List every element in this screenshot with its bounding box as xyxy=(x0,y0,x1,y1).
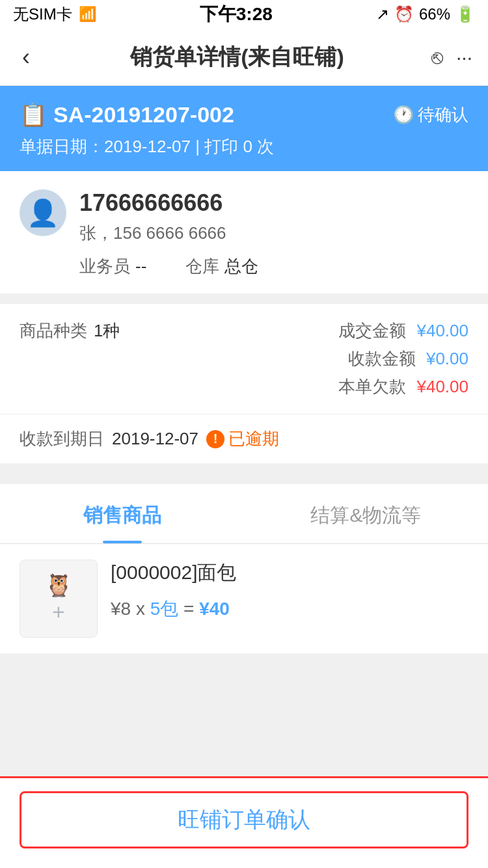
overdue-icon: ! xyxy=(206,430,224,448)
warehouse-value: 总仓 xyxy=(224,255,258,278)
divider-2 xyxy=(0,463,488,474)
share-button[interactable]: ⎋ xyxy=(431,46,443,68)
amount-value-1: ¥0.00 xyxy=(426,349,468,369)
product-thumbnail: 🦉+ xyxy=(20,560,98,638)
amount-label-1: 收款金额 xyxy=(348,347,416,370)
amount-row-2: 本单欠款 ¥40.00 xyxy=(338,375,468,398)
order-icon: 📋 xyxy=(20,102,47,128)
amount-value-2: ¥40.00 xyxy=(416,377,468,397)
status-left: 无SIM卡 📶 xyxy=(13,4,96,25)
confirm-order-button[interactable]: 旺铺订单确认 xyxy=(20,791,468,848)
alarm-icon: ⏰ xyxy=(394,5,414,23)
due-date: 2019-12-07 xyxy=(112,429,198,449)
tab-settlement-label: 结算&物流等 xyxy=(310,504,421,526)
sales-rep-label: 业务员 xyxy=(79,255,130,278)
customer-name: 张，156 6666 6666 xyxy=(79,222,468,245)
carrier-label: 无SIM卡 xyxy=(13,4,72,25)
status-bar: 无SIM卡 📶 下午3:28 ↗ ⏰ 66% 🔋 xyxy=(0,0,488,29)
location-icon: ↗ xyxy=(376,5,389,23)
price-base: ¥8 x xyxy=(111,599,150,619)
divider-1 xyxy=(0,293,488,304)
product-types-item: 商品种类 1种 xyxy=(20,319,120,342)
amount-label-2: 本单欠款 xyxy=(338,375,406,398)
amount-row-1: 收款金额 ¥0.00 xyxy=(348,347,468,370)
page-title: 销货单详情(来自旺铺) xyxy=(43,42,431,72)
price-equals: = xyxy=(178,599,199,619)
product-list: 🦉+ [0000002]面包 ¥8 x 5包 = ¥40 xyxy=(0,544,488,654)
due-section: 收款到期日 2019-12-07 ! 已逾期 xyxy=(0,414,488,463)
wifi-icon: 📶 xyxy=(79,6,96,23)
tab-sales[interactable]: 销售商品 xyxy=(0,484,244,543)
overdue-badge: ! 已逾期 xyxy=(206,427,279,450)
battery-label: 66% xyxy=(419,5,450,23)
time-display: 下午3:28 xyxy=(200,2,273,27)
sales-rep-value: -- xyxy=(135,256,146,277)
order-date: 单据日期：2019-12-07 | 打印 0 次 xyxy=(20,135,468,158)
order-id: 📋 SA-20191207-002 xyxy=(20,102,234,128)
more-button[interactable]: ··· xyxy=(456,46,472,68)
amount-value-0: ¥40.00 xyxy=(416,321,468,341)
back-button[interactable]: ‹ xyxy=(16,37,36,77)
overdue-text: 已逾期 xyxy=(228,427,279,450)
bottom-area xyxy=(0,654,488,784)
warehouse-label: 仓库 xyxy=(185,255,219,278)
product-types-label: 商品种类 xyxy=(20,319,87,342)
customer-section: 👤 17666666666 张，156 6666 6666 业务员 -- 仓库 … xyxy=(0,171,488,293)
product-price: ¥8 x 5包 = ¥40 xyxy=(111,597,468,621)
product-thumbnail-icon: 🦉+ xyxy=(45,572,72,625)
customer-phone: 17666666666 xyxy=(79,189,468,217)
amount-row-0: 成交金额 ¥40.00 xyxy=(338,319,468,342)
avatar: 👤 xyxy=(20,189,66,236)
tab-sales-label: 销售商品 xyxy=(83,504,161,526)
confirm-button-wrapper: 旺铺订单确认 xyxy=(0,776,488,868)
nav-actions: ⎋ ··· xyxy=(431,46,472,68)
clock-icon: 🕐 xyxy=(393,105,414,125)
avatar-icon: 👤 xyxy=(27,198,59,228)
tabs-header: 销售商品 结算&物流等 xyxy=(0,484,488,544)
tab-settlement[interactable]: 结算&物流等 xyxy=(244,484,488,543)
nav-bar: ‹ 销货单详情(来自旺铺) ⎋ ··· xyxy=(0,29,488,86)
summary-section: 商品种类 1种 成交金额 ¥40.00 收款金额 ¥0.00 本单欠款 ¥40.… xyxy=(0,304,488,414)
warehouse-item: 仓库 总仓 xyxy=(185,255,258,278)
status-right: ↗ ⏰ 66% 🔋 xyxy=(376,5,475,23)
order-id-text: SA-20191207-002 xyxy=(53,102,234,128)
product-details: [0000002]面包 ¥8 x 5包 = ¥40 xyxy=(111,560,468,621)
tabs-section: 销售商品 结算&物流等 🦉+ [0000002]面包 ¥8 x 5包 = ¥40 xyxy=(0,484,488,654)
table-row: 🦉+ [0000002]面包 ¥8 x 5包 = ¥40 xyxy=(0,544,488,654)
product-name: [0000002]面包 xyxy=(111,560,468,586)
summary-left: 商品种类 1种 xyxy=(20,319,120,347)
sales-rep-item: 业务员 -- xyxy=(79,255,146,278)
order-status-text: 待确认 xyxy=(418,103,468,126)
amount-label-0: 成交金额 xyxy=(338,319,406,342)
product-types-value: 1种 xyxy=(94,319,120,342)
order-header: 📋 SA-20191207-002 🕐 待确认 单据日期：2019-12-07 … xyxy=(0,86,488,171)
price-total: ¥40 xyxy=(199,599,230,619)
summary-right: 成交金额 ¥40.00 收款金额 ¥0.00 本单欠款 ¥40.00 xyxy=(338,319,468,398)
customer-meta: 业务员 -- 仓库 总仓 xyxy=(79,255,468,278)
customer-info: 17666666666 张，156 6666 6666 业务员 -- 仓库 总仓 xyxy=(79,189,468,278)
due-label: 收款到期日 xyxy=(20,427,104,450)
price-quantity: 5包 xyxy=(150,599,179,619)
order-status-badge: 🕐 待确认 xyxy=(393,103,468,126)
battery-icon: 🔋 xyxy=(455,5,475,23)
